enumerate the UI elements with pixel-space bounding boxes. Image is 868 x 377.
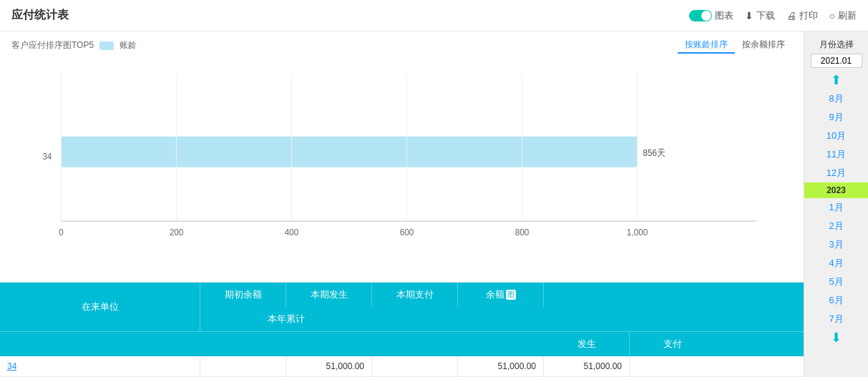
chart-area: 客户应付排序图TOP5 账龄 按账龄排序 按余额排序 34 xyxy=(0,31,804,283)
td-current-occurrence: 51,000.00 xyxy=(286,356,372,376)
svg-text:34: 34 xyxy=(42,152,52,162)
chart-legend-box-label: 账龄 xyxy=(120,39,137,52)
download-button[interactable]: ⬇ 下载 xyxy=(745,9,775,22)
right-sidebar: 月份选择 ⬆ 8月9月10月11月12月20231月2月3月4月5月6月7月 ⬇ xyxy=(804,31,868,377)
sidebar-month-item[interactable]: 3月 xyxy=(804,235,868,254)
header: 应付统计表 图表 ⬇ 下载 🖨 打印 ○ 刷新 xyxy=(0,0,868,31)
refresh-icon: ○ xyxy=(829,10,835,21)
sort-by-amount-button[interactable]: 按余额排序 xyxy=(735,37,792,54)
main-content: 客户应付排序图TOP5 账龄 按账龄排序 按余额排序 34 xyxy=(0,31,868,377)
td-opening-balance xyxy=(200,356,286,376)
sidebar-month-item[interactable]: 11月 xyxy=(804,145,868,164)
svg-rect-1 xyxy=(61,137,637,167)
company-link[interactable]: 34 xyxy=(7,361,16,371)
svg-text:400: 400 xyxy=(285,227,299,238)
td-ytd-payment xyxy=(630,356,716,376)
print-icon: 🖨 xyxy=(786,10,796,21)
chart-label: 图表 xyxy=(715,9,733,22)
chart-header: 客户应付排序图TOP5 账龄 按账龄排序 按余额排序 xyxy=(11,37,792,54)
print-label: 打印 xyxy=(799,9,818,22)
svg-text:200: 200 xyxy=(170,227,184,238)
table-area: 在来单位 期初余额 本期发生 本期支付 余额 图 本年累计 发生 支付 xyxy=(0,283,804,377)
table-sub-header: 发生 支付 xyxy=(0,331,804,356)
td-ytd-occurrence: 51,000.00 xyxy=(544,356,630,376)
sidebar-month-item[interactable]: 12月 xyxy=(804,164,868,182)
svg-text:856天: 856天 xyxy=(643,147,665,158)
left-panel: 客户应付排序图TOP5 账龄 按账龄排序 按余额排序 34 xyxy=(0,31,804,377)
refresh-label: 刷新 xyxy=(838,9,857,22)
table-row: 34 51,000.00 51,000.00 51,000.00 xyxy=(0,356,804,377)
bar-chart: 34 856天 0 200 400 600 800 1,000 xyxy=(40,59,778,260)
td-balance: 51,000.00 xyxy=(458,356,544,376)
sidebar-month-item[interactable]: 10月 xyxy=(804,127,868,145)
app-container: 应付统计表 图表 ⬇ 下载 🖨 打印 ○ 刷新 xyxy=(0,0,868,377)
print-button[interactable]: 🖨 打印 xyxy=(786,9,818,22)
month-list: 8月9月10月11月12月20231月2月3月4月5月6月7月 xyxy=(804,89,868,328)
sidebar-title: 月份选择 xyxy=(816,34,857,54)
toggle-switch-icon[interactable] xyxy=(689,10,712,21)
sidebar-year-marker[interactable]: 2023 xyxy=(804,182,868,198)
chart-legend-label: 客户应付排序图TOP5 xyxy=(11,39,94,52)
svg-text:800: 800 xyxy=(515,227,530,238)
sidebar-month-item[interactable]: 6月 xyxy=(804,291,868,310)
sidebar-month-item[interactable]: 9月 xyxy=(804,108,868,127)
svg-text:600: 600 xyxy=(400,227,414,238)
th-ytd: 本年累计 xyxy=(200,307,372,331)
chart-legend: 客户应付排序图TOP5 账龄 xyxy=(11,39,137,52)
legend-box-icon xyxy=(99,41,114,50)
sidebar-month-item[interactable]: 4月 xyxy=(804,254,868,273)
sidebar-month-item[interactable]: 5月 xyxy=(804,273,868,291)
th-current-pay: 本期支付 xyxy=(372,283,458,307)
sidebar-year-input[interactable] xyxy=(811,54,862,68)
refresh-button[interactable]: ○ 刷新 xyxy=(829,9,857,22)
chart-sort-buttons: 按账龄排序 按余额排序 xyxy=(678,37,792,54)
td-current-payment xyxy=(372,356,458,376)
chart-toggle[interactable]: 图表 xyxy=(689,9,733,22)
th-current-occ: 本期发生 xyxy=(286,283,372,307)
th-ytd-occ: 发生 xyxy=(544,332,630,356)
svg-text:1,000: 1,000 xyxy=(627,227,648,238)
sidebar-month-item[interactable]: 2月 xyxy=(804,217,868,235)
th-company: 在来单位 xyxy=(0,283,200,331)
td-company: 34 xyxy=(0,356,200,376)
scroll-down-button[interactable]: ⬇ xyxy=(831,328,842,347)
th-ytd-pay: 支付 xyxy=(630,332,716,356)
th-balance: 余额 图 xyxy=(458,283,544,307)
sidebar-month-item[interactable]: 7月 xyxy=(804,310,868,328)
page-title: 应付统计表 xyxy=(11,8,69,23)
sidebar-month-item[interactable]: 8月 xyxy=(804,89,868,108)
table-header-top: 在来单位 期初余额 本期发生 本期支付 余额 图 本年累计 xyxy=(0,283,804,331)
chart-svg: 34 856天 0 200 400 600 800 1,000 xyxy=(40,59,778,260)
download-icon: ⬇ xyxy=(745,10,754,21)
download-label: 下载 xyxy=(756,9,775,22)
sort-by-balance-button[interactable]: 按账龄排序 xyxy=(678,37,735,54)
svg-text:0: 0 xyxy=(59,227,64,238)
header-actions: 图表 ⬇ 下载 🖨 打印 ○ 刷新 xyxy=(689,9,857,22)
sidebar-month-item[interactable]: 1月 xyxy=(804,198,868,217)
th-opening: 期初余额 xyxy=(200,283,286,307)
scroll-up-button[interactable]: ⬆ xyxy=(831,71,842,89)
